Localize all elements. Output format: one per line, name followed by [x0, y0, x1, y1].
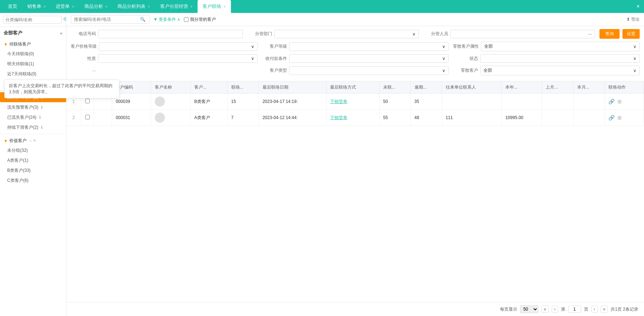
row-checkbox-2[interactable] — [85, 115, 90, 119]
th-last-month[interactable]: 上月... — [542, 81, 573, 94]
filter-scattered-attr-select[interactable]: 全部 ∨ — [481, 42, 640, 51]
prev-page-button[interactable]: ‹ — [552, 306, 558, 313]
grid-icon-1[interactable]: ⊞ — [617, 99, 622, 104]
link-icon-1[interactable]: 🔗 — [608, 99, 615, 104]
cell-last-method-2[interactable]: 下销货单 — [326, 110, 379, 126]
sidebar-group-value[interactable]: ▼ 价值客户 ○ ✎ — [0, 136, 66, 145]
filter-price-grade-chevron: ∨ — [251, 44, 254, 49]
filter-customer-grade-chevron: ∨ — [442, 44, 445, 49]
filter-search-input[interactable] — [74, 17, 139, 22]
sidebar-all-customers-label: 全部客户 — [4, 30, 22, 36]
cell-contacts-1 — [442, 94, 501, 110]
sidebar-item-ungrouped[interactable]: 未分组(32) — [0, 145, 66, 155]
th-overdue[interactable]: 逾期... — [411, 81, 442, 94]
sidebar-item-churned[interactable]: 已流失客户(24) ℹ — [0, 112, 66, 122]
filter-nature-select[interactable]: ∨ — [98, 54, 258, 63]
cell-last-method-1[interactable]: 下销货单 — [326, 94, 379, 110]
th-this-month[interactable]: 本月... — [573, 81, 604, 94]
nav-customer-contact-label: 客户联络 — [203, 0, 221, 13]
th-grade-label: 客户... — [194, 85, 207, 90]
th-last-method[interactable]: 最后联络方式 — [326, 81, 379, 94]
nav-analysis-close[interactable]: × — [105, 0, 107, 13]
nav-customer-contact[interactable]: 客户联络 × — [198, 0, 231, 13]
nav-customer-segment-close[interactable]: × — [190, 0, 193, 13]
nav-sales-close[interactable]: × — [43, 0, 46, 13]
th-contacts[interactable]: 往来单位联系人 — [442, 81, 501, 94]
my-customer-checkbox[interactable] — [184, 17, 189, 22]
grid-icon-2[interactable]: ⊞ — [617, 115, 622, 121]
sidebar-item-c-class[interactable]: C类客户(6) — [0, 175, 66, 185]
nav-customer-segment[interactable]: 客户分层经营 × — [155, 0, 198, 13]
next-page-button[interactable]: › — [591, 306, 598, 313]
sidebar-item-today[interactable]: 今天待联络(0) — [0, 49, 66, 59]
th-contact-count[interactable]: 联络... — [227, 81, 259, 94]
my-customer-checkbox-container[interactable]: 我分管的客户 — [184, 16, 216, 23]
last-method-link-2[interactable]: 下销货单 — [330, 115, 347, 120]
nav-analysis-list-close[interactable]: × — [148, 0, 150, 13]
sidebar-value-group-icons[interactable]: ○ ✎ — [29, 138, 36, 143]
sidebar-item-a-class[interactable]: A类客户(1) — [0, 155, 66, 165]
cell-action-1: 🔗 ⊞ — [604, 94, 644, 110]
nav-purchase-close[interactable]: × — [72, 0, 74, 13]
th-last-date[interactable]: 最后联络日期 — [259, 81, 326, 94]
sidebar-item-b-class[interactable]: B类客户(33) — [0, 165, 66, 175]
nav-analysis-list[interactable]: 商品分析列表 × — [112, 0, 155, 13]
sidebar-all-customers[interactable]: 全部客户 « — [0, 27, 66, 39]
filter-customer-type-select[interactable]: ∨ — [289, 66, 449, 75]
filter-scattered-label: 零散客户 — [453, 67, 478, 74]
filter-payment-select[interactable]: ∨ — [289, 54, 449, 63]
th-unread[interactable]: 未联... — [379, 81, 411, 94]
sidebar-item-week[interactable]: 近7天待联络(0) — [0, 69, 66, 79]
filter-person-dots: ··· — [588, 32, 592, 37]
filter-dept-select[interactable]: ∨ — [274, 30, 419, 38]
filter-scattered-select[interactable]: 全部 ∨ — [480, 66, 640, 75]
top-navigation: 首页 销售单 × 进货单 × 商品分析 × 商品分析列表 × 客户分层经营 × … — [0, 0, 644, 13]
nav-sales[interactable]: 销售单 × — [22, 0, 51, 13]
sidebar-search-input[interactable] — [3, 16, 62, 24]
more-conditions-chevron: ∧ — [177, 17, 180, 22]
sidebar-item-tomorrow[interactable]: 明天待联络(1) — [0, 59, 66, 69]
row-checkbox-1[interactable] — [85, 99, 90, 103]
cell-name-2 — [151, 110, 190, 126]
nav-home[interactable]: 首页 — [3, 0, 22, 13]
per-page-select[interactable]: 50 20 100 — [520, 305, 538, 313]
th-action[interactable]: 联络动作 — [604, 81, 644, 94]
more-conditions-label: 更多条件 — [159, 16, 176, 23]
link-icon-2[interactable]: 🔗 — [608, 115, 615, 121]
sidebar-group-pending-label: 待联络客户 — [9, 41, 31, 47]
export-button[interactable]: ⬆ 导出 — [626, 16, 640, 23]
table-row: 2 000031 A类客户 7 2023-04-12 14:44: — [66, 110, 644, 126]
sidebar-search-icon[interactable]: 🔍 — [63, 17, 66, 22]
cell-settings-2 — [94, 110, 112, 126]
filter-status-select[interactable]: ∨ — [480, 54, 640, 63]
main-layout: 🔍 全部客户 « ▼ 待联络客户 今天待联络(0) 明天待联络(1) 近7天待联… — [0, 13, 644, 316]
query-button[interactable]: 查询 — [599, 29, 620, 39]
last-method-link-1[interactable]: 下销货单 — [330, 99, 347, 104]
sidebar-declining-label: 持续下滑客户(2) — [7, 125, 38, 130]
filter-person-input[interactable]: ··· — [450, 30, 595, 38]
filter-price-grade-select[interactable]: ∨ — [99, 42, 258, 51]
nav-analysis[interactable]: 商品分析 × — [79, 0, 112, 13]
nav-sales-label: 销售单 — [27, 0, 41, 13]
filter-search-icon[interactable]: 🔍 — [140, 17, 145, 22]
last-page-button[interactable]: » — [601, 306, 608, 313]
filter-phone-input[interactable] — [98, 30, 243, 38]
th-grade[interactable]: 客户... — [190, 81, 227, 94]
page-number-input[interactable] — [568, 306, 581, 313]
th-this-year[interactable]: 本年... — [501, 81, 542, 94]
sidebar-item-churn-warning[interactable]: 流失预警客户(3) ℹ — [0, 102, 66, 112]
sidebar-collapse-button[interactable]: « — [60, 30, 62, 36]
avatar-1 — [155, 96, 165, 107]
more-conditions-button[interactable]: ▼ 更多条件 ∧ — [153, 16, 180, 23]
filter-payment-label: 收付款条件 — [262, 56, 287, 62]
nav-purchase[interactable]: 进货单 × — [51, 0, 79, 13]
filter-customer-grade-select[interactable]: ∨ — [289, 42, 449, 51]
th-name[interactable]: 客户名称 — [151, 81, 190, 94]
close-all-tabs-button[interactable]: × — [636, 3, 640, 10]
nav-customer-contact-close[interactable]: × — [223, 0, 226, 13]
sidebar-tomorrow-label: 明天待联络(1) — [7, 61, 34, 66]
settings-button[interactable]: 设置 — [622, 29, 640, 39]
sidebar-item-declining[interactable]: 持续下滑客户(2) ℹ — [0, 122, 66, 132]
first-page-button[interactable]: « — [541, 306, 549, 313]
sidebar-group-pending[interactable]: ▼ 待联络客户 — [0, 39, 66, 49]
